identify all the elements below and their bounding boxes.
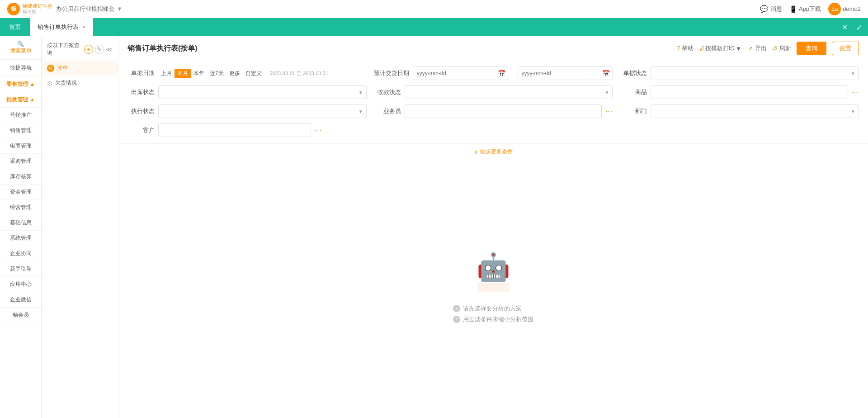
date-btn-custom[interactable]: 自定义 [243, 69, 264, 78]
top-header: 畅 畅捷通好生意 标准版 办公用品行业模拟账套 ▼ 💬 消息 📱 App下载 E… [0, 0, 868, 18]
salesperson-dots-icon[interactable]: ··· [605, 107, 613, 115]
bill-status-select-wrap: ▼ [651, 66, 859, 80]
query-button[interactable]: 查询 [797, 42, 826, 55]
customer-input[interactable] [158, 124, 311, 137]
filter-receipt-status: 收款状态 ▼ [374, 86, 613, 99]
sidebar-item-purchase[interactable]: 采购管理 [0, 154, 41, 169]
user-menu[interactable]: Ea demo2 [828, 3, 861, 15]
help-icon: ? [676, 45, 680, 52]
add-scheme-button[interactable]: + [84, 45, 93, 54]
filter-salesperson: 业务员 ··· [374, 104, 613, 118]
tab-bar-right: ✕ ⤢ [839, 22, 868, 33]
avatar: Ea [828, 3, 841, 15]
empty-state: 🤖 1 请先选择要分析的方案 2 用过滤条件来缩小分析范围 [118, 159, 868, 418]
breadcrumb-text: 办公用品行业模拟账套 [56, 5, 115, 13]
goods-dots-icon[interactable]: ··· [852, 88, 859, 96]
search-icon: 🔍 [17, 41, 24, 47]
date-btn-7days[interactable]: 近7天 [207, 69, 226, 78]
sidebar-item-inventory[interactable]: 库存核算 [0, 169, 41, 185]
date-range-text: 2023-03-01 至 2023-03-31 [270, 70, 329, 77]
filter-row-3: 执行状态 ▼ 业务员 ··· [127, 104, 859, 118]
tab-active[interactable]: 销售订单执行表 × [30, 18, 93, 36]
content-area: 按以下方案查询 + ✎ ≪ 按 按单 [42, 36, 868, 418]
bill-status-select[interactable] [651, 66, 859, 80]
sidebar-item-retail[interactable]: 零售管理 ▲ [0, 77, 41, 92]
goods-input[interactable] [651, 86, 848, 99]
message-button[interactable]: 💬 消息 [760, 5, 782, 13]
customer-label: 客户 [127, 126, 155, 134]
header-right: 💬 消息 📱 App下载 Ea demo2 [760, 3, 861, 15]
filter-area: 单据日期 上月 本月 本年 近7天 更多 自定义 2023-03-01 至 20… [118, 60, 868, 144]
stock-status-label: 出库状态 [127, 88, 155, 96]
collapse-icon: ∧ [474, 149, 478, 155]
filter-bill-status: 单据状态 ▼ [620, 66, 859, 80]
goods-label: 商品 [620, 88, 647, 96]
empty-robot-icon: 🤖 [471, 254, 516, 281]
tab-home[interactable]: 首页 [0, 18, 30, 36]
collapse-bar[interactable]: ∧ 收起更多条件 [118, 144, 868, 159]
expected-date-label: 预计交货日期 [374, 69, 409, 77]
print-button[interactable]: 🖨 按模板打印 ▼ [699, 44, 742, 52]
empty-tip-2: 2 用过滤条件来缩小分析范围 [453, 315, 533, 323]
empty-tips: 1 请先选择要分析的方案 2 用过滤条件来缩小分析范围 [453, 304, 533, 323]
window-close-button[interactable]: ✕ [839, 22, 850, 33]
sidebar-item-guide[interactable]: 新手引导 [0, 261, 41, 277]
logo-area: 畅 畅捷通好生意 标准版 [7, 3, 52, 15]
filter-stock-status: 出库状态 ▼ [127, 86, 367, 99]
refresh-icon: ↺ [772, 45, 778, 52]
export-button[interactable]: ↗ 导出 [748, 44, 767, 52]
sidebar-item-wholesale[interactable]: 批发管理 ▲ [0, 92, 41, 108]
customer-dots-icon[interactable]: ··· [315, 126, 322, 134]
filter-exec-status: 执行状态 ▼ [127, 104, 367, 118]
scheme-item-按单[interactable]: 按 按单 [42, 61, 118, 76]
dept-select[interactable] [651, 104, 859, 118]
exec-status-select[interactable] [158, 104, 367, 118]
logo-text: 畅捷通好生意 标准版 [23, 3, 52, 14]
logo-icon: 畅 [7, 3, 20, 15]
refresh-button[interactable]: ↺ 刷新 [772, 44, 791, 52]
breadcrumb-arrow-icon[interactable]: ▼ [117, 5, 123, 12]
filter-customer: 客户 ··· [127, 124, 322, 137]
salesperson-input[interactable] [405, 104, 602, 118]
sidebar-item-finance[interactable]: 资金管理 [0, 185, 41, 200]
main-layout: 🔍 搜索菜单 快捷导航 零售管理 ▲ 批发管理 ▲ 营销推广 销售管理 电商管理… [0, 36, 868, 418]
sidebar-item-collab[interactable]: 企业协同 [0, 246, 41, 261]
expected-date-start-input[interactable] [413, 66, 508, 80]
sidebar-item-marketing[interactable]: 营销推广 [0, 108, 41, 123]
left-panel-title: 按以下方案查询 [47, 42, 84, 57]
sidebar-item-system[interactable]: 系统管理 [0, 231, 41, 246]
expected-date-end-input[interactable] [518, 66, 613, 80]
tab-close-icon[interactable]: × [82, 24, 85, 30]
sidebar-item-management[interactable]: 经营管理 [0, 200, 41, 215]
date-btn-more[interactable]: 更多 [226, 69, 243, 78]
scheme-item-欠货情况[interactable]: ⊙ 欠货情况 [42, 76, 118, 90]
edit-scheme-button[interactable]: ✎ [95, 45, 104, 54]
date-btn-this-year[interactable]: 本年 [191, 69, 207, 78]
sidebar-item-sales[interactable]: 销售管理 [0, 123, 41, 138]
settings-button[interactable]: 设置 [832, 42, 859, 55]
date-btn-last-month[interactable]: 上月 [158, 69, 175, 78]
sidebar-item-quick-nav[interactable]: 快捷导航 [0, 60, 41, 77]
window-expand-button[interactable]: ⤢ [854, 22, 864, 33]
message-icon: 💬 [760, 5, 769, 13]
sidebar-item-wechat[interactable]: 企业微信 [0, 292, 41, 308]
filter-date: 单据日期 上月 本月 本年 近7天 更多 自定义 2023-03-01 至 20… [127, 69, 367, 78]
download-icon: 📱 [789, 5, 797, 13]
sidebar-item-basic[interactable]: 基础信息 [0, 215, 41, 231]
quick-nav-label: 快捷导航 [10, 64, 32, 72]
app-download-button[interactable]: 📱 App下载 [789, 5, 821, 13]
help-button[interactable]: ? 帮助 [676, 44, 693, 52]
expected-date-range: 📅 — 📅 [413, 66, 613, 80]
receipt-status-select[interactable] [405, 86, 613, 99]
sidebar-search[interactable]: 🔍 搜索菜单 [0, 36, 41, 60]
empty-tip-1: 1 请先选择要分析的方案 [453, 304, 533, 313]
print-dropdown-arrow[interactable]: ▼ [735, 45, 742, 52]
right-content: 销售订单执行表(按单) ? 帮助 🖨 按模板打印 ▼ [118, 36, 868, 418]
collapse-panel-button[interactable]: ≪ [106, 46, 113, 53]
stock-status-select[interactable] [158, 86, 367, 99]
sidebar-item-member[interactable]: 畅会员 [0, 308, 41, 323]
date-btn-this-month[interactable]: 本月 [175, 69, 191, 78]
exec-status-select-wrap: ▼ [158, 104, 367, 118]
sidebar-item-apps[interactable]: 应用中心 [0, 277, 41, 292]
sidebar-item-ecom[interactable]: 电商管理 [0, 138, 41, 154]
